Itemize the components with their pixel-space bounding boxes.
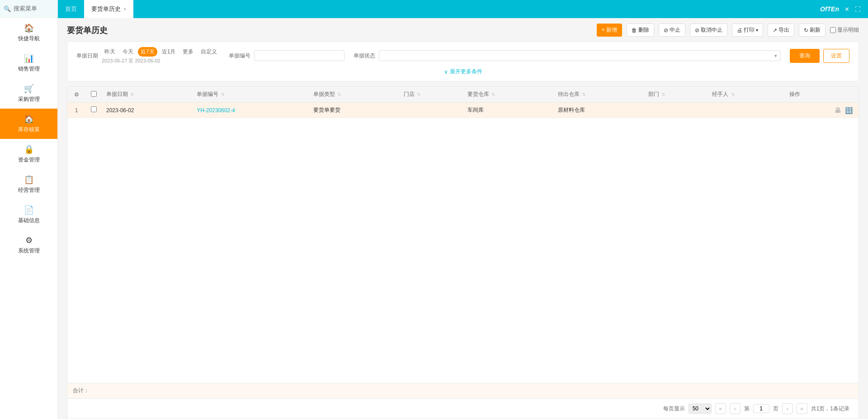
sort-handler-icon[interactable]: ⇅ bbox=[731, 92, 735, 97]
sidebar-item-finance[interactable]: 🔒 资金管理 bbox=[0, 139, 57, 169]
settings-icon: ⚙ bbox=[74, 91, 79, 98]
th-pending-warehouse-label: 待出仓库 bbox=[558, 91, 580, 97]
page-size-label: 每页显示 bbox=[663, 405, 685, 413]
tab-home[interactable]: 首页 bbox=[58, 0, 84, 18]
refresh-label: 刷新 bbox=[810, 26, 821, 34]
tab-close-icon[interactable]: × bbox=[123, 6, 126, 12]
tab-home-label: 首页 bbox=[65, 5, 77, 13]
export-label: 导出 bbox=[778, 26, 789, 34]
cart-icon: 🛒 bbox=[24, 84, 34, 94]
sidebar-item-operation[interactable]: 📋 经营管理 bbox=[0, 169, 57, 200]
row-checkbox-cell[interactable] bbox=[85, 103, 102, 116]
close-window-icon[interactable]: ✕ bbox=[844, 6, 849, 13]
row-checkbox[interactable] bbox=[91, 106, 97, 112]
sidebar-item-label: 系统管理 bbox=[18, 247, 40, 255]
toolbar: + 新增 🗑 删除 ⊘ 中止 ⊘ 取消中止 🖨 打印 ▾ ↗ 导出 bbox=[597, 24, 859, 37]
row-delete-icon[interactable]: 🔢 bbox=[844, 107, 854, 114]
page-size-select[interactable]: 50 10 20 100 bbox=[689, 404, 712, 414]
sidebar-item-basic[interactable]: 📄 基础信息 bbox=[0, 200, 57, 230]
select-all-checkbox[interactable] bbox=[91, 91, 97, 97]
th-handler: 经手人 ⇅ bbox=[708, 86, 785, 103]
filter-buttons: 查询 设置 bbox=[790, 49, 849, 63]
print-button[interactable]: 🖨 打印 ▾ bbox=[732, 24, 763, 37]
export-icon: ↗ bbox=[773, 27, 777, 33]
page-label-after: 页 bbox=[773, 405, 778, 413]
page-number-input[interactable] bbox=[753, 404, 769, 413]
sidebar-search-label: 搜索菜单 bbox=[14, 5, 37, 13]
sort-store-icon[interactable]: ⇅ bbox=[417, 92, 420, 97]
sidebar-item-system[interactable]: ⚙ 系统管理 bbox=[0, 230, 57, 260]
suspend-label: 中止 bbox=[670, 26, 680, 34]
home-icon: 🏠 bbox=[24, 23, 34, 33]
doc-no-input[interactable] bbox=[254, 50, 344, 61]
search-icon: 🔍 bbox=[4, 5, 11, 12]
filter-row: 单据日期 昨天 今天 近7天 近1月 更多 自定义 2023-05-27 至 2… bbox=[76, 47, 849, 64]
th-store: 门店 ⇅ bbox=[399, 86, 463, 103]
th-checkbox[interactable] bbox=[85, 86, 102, 103]
suspend-icon: ⊘ bbox=[664, 27, 668, 33]
sort-doc-type-icon[interactable]: ⇅ bbox=[337, 92, 341, 97]
delete-label: 删除 bbox=[638, 26, 649, 34]
prev-page-btn[interactable]: ‹ bbox=[730, 403, 741, 414]
query-button[interactable]: 查询 bbox=[790, 49, 820, 63]
print-chevron-icon: ▾ bbox=[756, 28, 758, 33]
cancel-suspend-button[interactable]: ⊘ 取消中止 bbox=[690, 24, 727, 37]
tab-requisition-label: 要货单历史 bbox=[91, 5, 121, 13]
settings-button[interactable]: 设置 bbox=[823, 49, 849, 63]
row-actions: 🖶 🔢 bbox=[785, 103, 859, 118]
shortcut-custom[interactable]: 自定义 bbox=[198, 47, 220, 57]
maximize-icon[interactable]: ⛶ bbox=[855, 6, 861, 13]
row-edit-icon[interactable]: 🖶 bbox=[833, 107, 842, 114]
th-doc-type: 单据类型 ⇅ bbox=[309, 86, 399, 103]
shortcut-yesterday[interactable]: 昨天 bbox=[102, 47, 118, 57]
sidebar-search[interactable]: 🔍 搜索菜单 bbox=[0, 0, 57, 18]
suspend-button[interactable]: ⊘ 中止 bbox=[659, 24, 685, 37]
doc-no-link[interactable]: YH-20230602-4 bbox=[197, 107, 235, 114]
cancel-suspend-icon: ⊘ bbox=[695, 27, 699, 33]
new-button[interactable]: + 新增 bbox=[597, 24, 622, 37]
total-info: 共1页，1条记录 bbox=[811, 405, 849, 413]
sort-doc-no-icon[interactable]: ⇅ bbox=[221, 92, 225, 97]
print-icon: 🖨 bbox=[737, 27, 742, 33]
shortcut-7days[interactable]: 近7天 bbox=[138, 47, 157, 57]
next-page-btn[interactable]: › bbox=[782, 403, 793, 414]
sidebar-item-label: 采购管理 bbox=[18, 95, 40, 103]
refresh-button[interactable]: ↻ 刷新 bbox=[799, 24, 826, 37]
sort-department-icon[interactable]: ⇅ bbox=[661, 92, 665, 97]
last-page-btn[interactable]: » bbox=[797, 403, 807, 414]
sidebar-item-purchase[interactable]: 🛒 采购管理 bbox=[0, 78, 57, 109]
sidebar-item-inventory[interactable]: 🏠 库存核算 bbox=[0, 109, 57, 139]
brand-label: OfTEn bbox=[820, 5, 839, 13]
cancel-suspend-label: 取消中止 bbox=[701, 26, 722, 34]
sort-pending-warehouse-icon[interactable]: ⇅ bbox=[582, 92, 585, 97]
sort-req-warehouse-icon[interactable]: ⇅ bbox=[491, 92, 495, 97]
display-detail-checkbox[interactable] bbox=[830, 27, 836, 33]
row-store bbox=[399, 103, 463, 118]
display-detail-toggle[interactable]: 显示明细 bbox=[830, 26, 859, 34]
th-store-label: 门店 bbox=[404, 91, 415, 97]
sidebar: 🔍 搜索菜单 🏠 快捷导航 📊 销售管理 🛒 采购管理 🏠 库存核算 🔒 资金管… bbox=[0, 0, 58, 419]
delete-button[interactable]: 🗑 删除 bbox=[627, 24, 654, 37]
sidebar-item-label: 资金管理 bbox=[18, 156, 40, 164]
sidebar-item-quick-nav[interactable]: 🏠 快捷导航 bbox=[0, 18, 57, 48]
th-date: 单据日期 ⇅ bbox=[102, 86, 192, 103]
first-page-btn[interactable]: « bbox=[715, 403, 726, 414]
export-button[interactable]: ↗ 导出 bbox=[768, 24, 794, 37]
shortcut-today[interactable]: 今天 bbox=[120, 47, 136, 57]
sidebar-item-label: 库存核算 bbox=[18, 126, 40, 133]
status-input[interactable] bbox=[379, 50, 781, 61]
expand-more-btn[interactable]: ∨ 展开更多条件 bbox=[76, 68, 849, 76]
tab-requisition-history[interactable]: 要货单历史 × bbox=[84, 0, 133, 18]
delete-icon: 🗑 bbox=[632, 27, 637, 33]
sidebar-item-sales[interactable]: 📊 销售管理 bbox=[0, 48, 57, 78]
shortcut-more[interactable]: 更多 bbox=[180, 47, 196, 57]
sort-date-icon[interactable]: ⇅ bbox=[130, 92, 134, 97]
doc-icon: 📄 bbox=[24, 205, 34, 215]
filter-doc-no: 单据编号 bbox=[229, 50, 344, 61]
row-doc-no[interactable]: YH-20230602-4 bbox=[192, 103, 309, 118]
th-settings[interactable]: ⚙ bbox=[67, 86, 85, 103]
chart-icon: 📊 bbox=[24, 53, 34, 63]
shortcut-1month[interactable]: 近1月 bbox=[159, 47, 179, 57]
th-department-label: 部门 bbox=[648, 91, 659, 97]
row-req-warehouse: 车间库 bbox=[463, 103, 553, 118]
